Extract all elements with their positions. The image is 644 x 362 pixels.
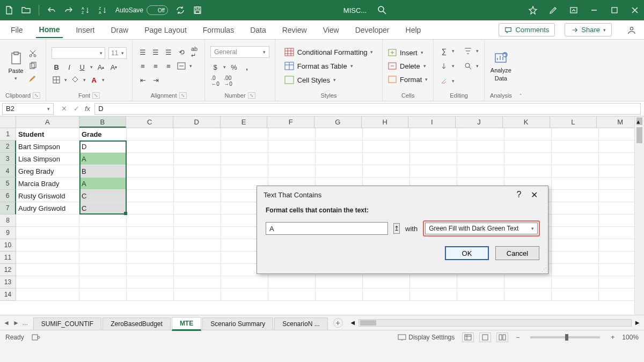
hscroll-right[interactable]: ► [634,319,641,327]
row-header-5[interactable]: 5 [0,178,16,190]
cell-B2[interactable]: D [79,141,127,153]
dialog-text-input[interactable]: A [266,222,388,235]
border-icon[interactable] [52,75,61,85]
cell-B1[interactable]: Grade [79,128,127,141]
sheet-tab-0[interactable]: SUMIF_COUNTIF [33,317,101,330]
search-icon[interactable] [377,5,387,15]
sheet-tab-3[interactable]: Scenario Summary [202,317,273,330]
row-header-9[interactable]: 9 [0,227,16,239]
undo-icon[interactable] [47,5,56,15]
number-format-combo[interactable]: General▾ [210,46,269,58]
cell-styles-button[interactable]: Cell Styles▾ [284,76,336,84]
page-break-view-icon[interactable] [496,333,508,342]
normal-view-icon[interactable] [462,333,474,342]
range-picker-icon[interactable]: ↥ [393,223,400,234]
analyze-data-button[interactable]: Analyze Data [491,50,511,82]
number-launcher[interactable]: ⤡ [248,92,255,99]
row-header-10[interactable]: 10 [0,239,16,252]
format-painter-icon[interactable] [28,73,38,83]
col-header-D[interactable]: D [173,116,221,128]
brush-icon[interactable] [548,5,558,15]
inc-indent-icon[interactable]: ⇥ [151,75,160,85]
underline-icon[interactable]: U [77,62,87,72]
copy-icon[interactable] [28,61,38,71]
tab-data[interactable]: Data [247,23,269,38]
vertical-scrollbar[interactable]: ▴ [634,116,644,315]
delete-cells-button[interactable]: Delete▾ [388,62,426,70]
wrap-text-icon[interactable]: ab↵ [189,47,199,57]
font-color-icon[interactable]: A [89,75,99,85]
cell-A6[interactable]: Rusty Griswold [16,190,79,202]
row-header-11[interactable]: 11 [0,252,16,264]
cancel-formula-icon[interactable]: ✕ [61,105,67,113]
open-icon[interactable] [21,5,31,15]
format-as-table-button[interactable]: Format as Table▾ [284,62,353,70]
tab-draw[interactable]: Draw [107,23,131,38]
tab-file[interactable]: File [8,23,26,38]
percent-icon[interactable]: % [229,62,239,72]
tab-insert[interactable]: Insert [72,23,98,38]
share-button[interactable]: Share ▾ [565,23,612,36]
horizontal-scrollbar[interactable] [358,319,632,327]
col-header-H[interactable]: H [362,116,409,128]
cell-B3[interactable]: A [79,153,127,165]
row-header-8[interactable]: 8 [0,215,16,227]
font-size-combo[interactable]: 11▾ [108,47,127,59]
clipboard-launcher[interactable]: ⤡ [33,92,40,99]
align-center-icon[interactable]: ≡ [151,61,160,71]
conditional-formatting-button[interactable]: Conditional Formatting▾ [284,48,374,56]
row-header-6[interactable]: 6 [0,190,16,202]
zoom-slider[interactable] [530,336,600,338]
sheet-nav-prev[interactable]: ◄ [3,319,10,327]
col-header-B[interactable]: B [79,116,127,128]
tab-home[interactable]: Home [36,22,63,38]
align-top-icon[interactable]: ☰ [138,47,148,57]
shrink-font-icon[interactable]: A▾ [109,62,119,72]
bold-icon[interactable]: B [52,62,61,72]
sheet-tab-4[interactable]: ScenarioN ... [274,317,327,330]
refresh-icon[interactable] [175,5,185,15]
comments-button[interactable]: Comments [499,23,555,36]
col-header-E[interactable]: E [221,116,268,128]
row-header-12[interactable]: 12 [0,264,16,276]
row-header-14[interactable]: 14 [0,289,16,301]
ribbon-mode-icon[interactable] [569,5,579,15]
tab-developer[interactable]: Developer [352,23,393,38]
row-header-7[interactable]: 7 [0,202,16,215]
paste-button[interactable]: Paste ▾ [8,51,23,81]
col-header-C[interactable]: C [126,116,173,128]
dialog-close-icon[interactable]: ✕ [526,190,541,200]
close-icon[interactable] [630,5,640,15]
fx-icon[interactable]: fx [85,105,94,113]
col-header-A[interactable]: A [16,116,79,128]
sort-desc-icon[interactable]: ZA [98,5,108,15]
macro-record-icon[interactable] [32,334,40,341]
cell-A3[interactable]: Lisa Simpson [16,153,79,165]
display-settings-button[interactable]: Display Settings [398,334,455,341]
sheet-tab-2[interactable]: MTE [172,317,201,331]
col-header-J[interactable]: J [456,116,503,128]
row-header-13[interactable]: 13 [0,276,16,289]
cell-A1[interactable]: Student [16,128,79,141]
premium-icon[interactable] [528,5,538,15]
row-header-2[interactable]: 2 [0,141,16,153]
row-header-3[interactable]: 3 [0,153,16,165]
collapse-ribbon-icon[interactable]: ˄ [519,93,522,99]
tab-review[interactable]: Review [279,23,310,38]
fill-color-icon[interactable] [70,75,80,85]
cell-A5[interactable]: Marcia Brady [16,178,79,190]
sort-filter-icon[interactable] [463,46,473,56]
zoom-level[interactable]: 100% [622,334,639,341]
col-header-F[interactable]: F [267,116,314,128]
cell-A7[interactable]: Audry Griswold [16,202,79,215]
autosave[interactable]: AutoSave Off [115,5,168,15]
dialog-help-icon[interactable]: ? [511,190,526,200]
hscroll-left[interactable]: ◄ [349,319,356,327]
sheet-tab-1[interactable]: ZeroBasedBudget [103,317,171,330]
cell-B6[interactable]: C [79,190,127,202]
tab-formulas[interactable]: Formulas [200,23,237,38]
italic-icon[interactable]: I [64,62,74,72]
cell-B7[interactable]: C [79,202,127,215]
add-sheet-button[interactable]: + [333,318,343,328]
font-launcher[interactable]: ⤡ [92,92,100,99]
